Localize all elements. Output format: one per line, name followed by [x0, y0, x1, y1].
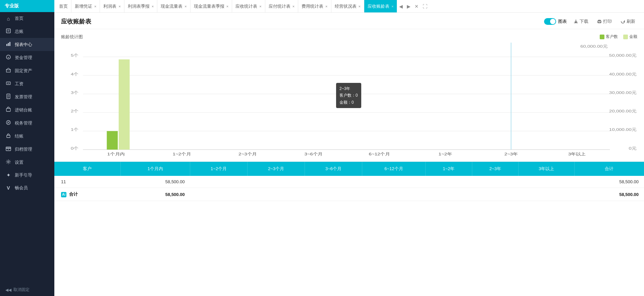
table-total-row: Ai 合计 58,500.00 58,500.00 — [54, 188, 644, 201]
tab-close-icon[interactable]: × — [94, 4, 96, 8]
tab-label: 现金流量表季报 — [194, 3, 224, 9]
print-icon — [597, 19, 602, 24]
salary-icon — [5, 81, 11, 87]
sidebar-item-label: 畅会员 — [15, 185, 28, 191]
tab-close-icon[interactable]: × — [226, 4, 228, 8]
tab-cashflow[interactable]: 现金流量表 × — [157, 0, 190, 13]
unpin-icon: ◀◀ — [5, 288, 11, 292]
tab-ar-stat[interactable]: 应收统计表 × — [232, 0, 265, 13]
sidebar-item-archive[interactable]: 归档管理 — [0, 143, 54, 156]
col-customer: 客户 — [54, 162, 120, 176]
ledger-icon — [5, 28, 11, 35]
tab-close-icon[interactable]: × — [359, 4, 361, 8]
sidebar-item-home[interactable]: ⌂ 首页 — [0, 12, 54, 25]
tab-close-icon[interactable]: × — [259, 4, 261, 8]
legend-customers: 客户数 — [600, 34, 618, 40]
sidebar-item-label: 发票管理 — [15, 94, 32, 100]
col-m1: 1个月内 — [120, 162, 190, 176]
chart-toggle-wrap: 图表 — [544, 18, 567, 25]
sidebar-item-ledger[interactable]: 总账 — [0, 25, 54, 38]
sidebar-item-label: 报表中心 — [15, 42, 32, 48]
svg-rect-20 — [7, 135, 10, 138]
tab-close-icon[interactable]: × — [118, 4, 120, 8]
data-table-wrap: 客户 1个月内 1~2个月 2~3个月 3~6个月 6~12个月 1~2年 2~… — [54, 162, 644, 201]
svg-text:60,000.00元: 60,000.00元 — [580, 44, 607, 48]
sidebar-item-salary[interactable]: 工资 — [0, 77, 54, 90]
vip-icon: V — [5, 185, 11, 191]
tab-label: 利润表季报 — [128, 3, 150, 9]
download-button[interactable]: 下载 — [572, 18, 590, 25]
tab-cashflow-q[interactable]: 现金流量表季报 × — [191, 0, 232, 13]
tab-ap-stat[interactable]: 应付统计表 × — [265, 0, 298, 13]
legend-amount: 金额 — [623, 34, 637, 40]
cell-m36 — [305, 176, 362, 188]
tab-profit-q[interactable]: 利润表季报 × — [124, 0, 157, 13]
sidebar-item-label: 资金管理 — [15, 55, 32, 61]
total-text: 合计 — [69, 192, 78, 197]
tab-bar: 首页 新增凭证 × 利润表 × 利润表季报 × 现金流量表 × 现金流量表季报 … — [54, 0, 644, 13]
sidebar-item-fund[interactable]: ¥ 资金管理 — [0, 51, 54, 64]
svg-point-24 — [8, 161, 9, 163]
svg-text:20,000.00元: 20,000.00元 — [609, 109, 636, 113]
chart-area: 账龄统计图 客户数 金额 0个 1个 2个 3个 4个 — [54, 29, 644, 162]
svg-text:1~2个月: 1~2个月 — [173, 152, 191, 156]
tab-ar-aging[interactable]: 应收账龄表 × — [364, 0, 397, 13]
tab-close-icon[interactable]: × — [391, 4, 393, 8]
total-m36 — [305, 188, 362, 201]
unpin-label: 取消固定 — [13, 287, 30, 293]
sidebar-item-report[interactable]: 报表中心 — [0, 38, 54, 51]
tab-close-icon[interactable]: × — [292, 4, 294, 8]
legend-label-customers: 客户数 — [606, 34, 618, 40]
chart-title: 账龄统计图 — [61, 34, 637, 40]
svg-text:5个: 5个 — [71, 53, 78, 58]
tab-close-all-btn[interactable]: ✕ — [413, 0, 421, 13]
cell-m612 — [362, 176, 426, 188]
tab-label: 现金流量表 — [161, 3, 182, 9]
download-label: 下载 — [580, 18, 588, 24]
sidebar-item-stock[interactable]: 进销台账 — [0, 103, 54, 116]
total-m23 — [248, 188, 305, 201]
sidebar-item-guide[interactable]: ✦ 新手引导 — [0, 169, 54, 182]
legend-label-amount: 金额 — [629, 34, 637, 40]
tab-expense[interactable]: 费用统计表 × — [298, 0, 331, 13]
stock-icon — [5, 107, 11, 113]
svg-text:2个: 2个 — [71, 109, 78, 113]
tab-new-voucher[interactable]: 新增凭证 × — [71, 0, 100, 13]
svg-text:2~3年: 2~3年 — [504, 152, 518, 156]
unpin-button[interactable]: ◀◀ 取消固定 — [0, 284, 54, 296]
svg-text:10,000.00元: 10,000.00元 — [609, 128, 636, 132]
tab-maximize-btn[interactable]: ⛶ — [421, 0, 429, 13]
svg-rect-0 — [6, 29, 10, 33]
total-m612 — [362, 188, 426, 201]
tab-prev-btn[interactable]: ◀ — [397, 0, 405, 13]
sidebar-item-invoice[interactable]: 发票管理 — [0, 90, 54, 103]
tab-next-btn[interactable]: ▶ — [405, 0, 413, 13]
tab-label: 新增凭证 — [75, 3, 92, 9]
tab-biz[interactable]: 经营状况表 × — [331, 0, 364, 13]
svg-text:4个: 4个 — [71, 72, 78, 76]
tab-label: 经营状况表 — [335, 3, 357, 9]
cell-m12 — [190, 176, 248, 188]
sidebar-item-vip[interactable]: V 畅会员 — [0, 182, 54, 194]
tab-close-icon[interactable]: × — [184, 4, 186, 8]
cell-y3plus — [519, 176, 574, 188]
svg-text:0元: 0元 — [629, 146, 636, 150]
svg-text:6~12个月: 6~12个月 — [369, 152, 390, 156]
total-label: Ai 合计 — [54, 188, 120, 201]
tab-close-icon[interactable]: × — [152, 4, 154, 8]
print-label: 打印 — [603, 18, 612, 24]
sidebar-item-tax[interactable]: 税务管理 — [0, 116, 54, 130]
sidebar-item-settings[interactable]: 设置 — [0, 156, 54, 169]
print-button[interactable]: 打印 — [595, 18, 614, 25]
tab-label: 首页 — [59, 3, 68, 9]
refresh-button[interactable]: 刷新 — [619, 18, 637, 25]
sidebar-item-close[interactable]: 结账 — [0, 130, 54, 143]
chart-toggle[interactable] — [544, 18, 556, 25]
chart-container: 0个 1个 2个 3个 4个 5个 0元 10,000.00元 20,000.0… — [61, 43, 637, 157]
toggle-knob — [550, 19, 555, 24]
sidebar-item-asset[interactable]: 固定资产 — [0, 64, 54, 77]
tab-home[interactable]: 首页 — [56, 0, 71, 13]
total-y12 — [425, 188, 472, 201]
tab-profit[interactable]: 利润表 × — [100, 0, 124, 13]
tab-close-icon[interactable]: × — [325, 4, 327, 8]
